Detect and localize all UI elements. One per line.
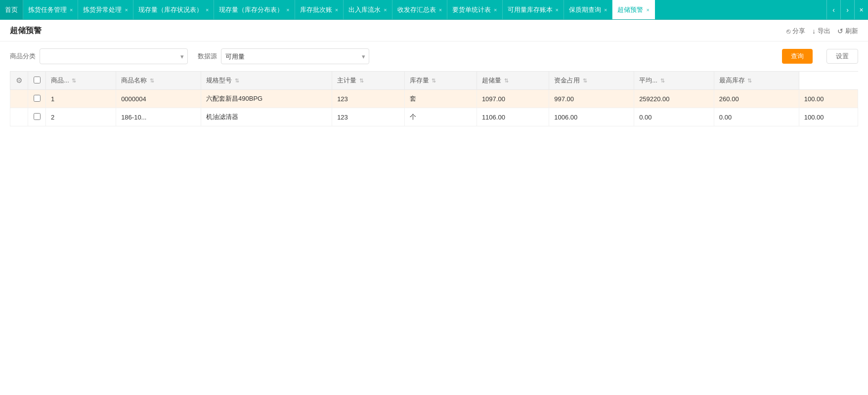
tab-close-icon-10[interactable]: × xyxy=(604,7,607,13)
nav-tab-11[interactable]: 超储预警× xyxy=(612,0,654,20)
datasource-label: 数据源 xyxy=(198,52,217,61)
export-icon: ↓ xyxy=(812,27,816,35)
sort-icon-stock: ⇅ xyxy=(432,78,436,83)
query-button[interactable]: 查询 xyxy=(782,49,813,64)
table-body: 10000004六配套新昌490BPG123套1097.00997.002592… xyxy=(10,90,858,126)
tab-close-icon-7[interactable]: × xyxy=(439,7,442,13)
gear-settings-icon[interactable]: ⚙ xyxy=(16,76,22,84)
nav-tab-6[interactable]: 出入库流水× xyxy=(344,0,392,20)
refresh-button[interactable]: ↺ 刷新 xyxy=(837,27,858,36)
tab-close-icon-8[interactable]: × xyxy=(494,7,497,13)
tab-close-icon-3[interactable]: × xyxy=(206,7,209,13)
datasource-select[interactable]: 可用量 库存量 xyxy=(221,48,369,64)
nav-tab-7[interactable]: 收发存汇总表× xyxy=(392,0,447,20)
th-gear: ⚙ xyxy=(10,72,28,90)
export-button[interactable]: ↓ 导出 xyxy=(812,27,830,36)
sort-icon-over-stock: ⇅ xyxy=(504,78,509,83)
row-stock-0: 1097.00 xyxy=(477,90,549,108)
th-capital[interactable]: 资金占用 ⇅ xyxy=(549,72,634,90)
th-checkbox xyxy=(28,72,46,90)
nav-prev-button[interactable]: ‹ xyxy=(826,0,840,20)
th-product-code[interactable]: 商品... ⇅ xyxy=(46,72,116,90)
row-checkbox-0[interactable] xyxy=(34,95,41,102)
row-checkbox-cell-1 xyxy=(28,108,46,126)
tab-close-icon-2[interactable]: × xyxy=(125,7,128,13)
table-row: 2186-10...机油滤清器123个1106.001006.000.000.0… xyxy=(10,108,858,126)
th-spec[interactable]: 规格型号 ⇅ xyxy=(201,72,332,90)
filter-bar: 商品分类 数据源 可用量 库存量 查询 设置 xyxy=(0,41,868,71)
share-icon: ⎋ xyxy=(786,27,790,35)
datasource-select-wrapper: 可用量 库存量 xyxy=(221,48,369,64)
top-nav: 首页拣货任务管理×拣货异常处理×现存量（库存状况表）×现存量（库存分布表）×库存… xyxy=(0,0,868,20)
header-actions: ⎋ 分享 ↓ 导出 ↺ 刷新 xyxy=(786,27,858,36)
sort-icon-product-code: ⇅ xyxy=(72,78,76,83)
row-over-stock-1: 1006.00 xyxy=(549,108,634,126)
row-product-code-1: 186-10... xyxy=(116,108,201,126)
tab-close-icon-1[interactable]: × xyxy=(70,7,73,13)
nav-tab-0[interactable]: 首页 xyxy=(0,0,23,20)
row-over-stock-0: 997.00 xyxy=(549,90,634,108)
nav-tab-3[interactable]: 现存量（库存状况表）× xyxy=(133,0,214,20)
table-row: 10000004六配套新昌490BPG123套1097.00997.002592… xyxy=(10,90,858,108)
row-spec-0: 123 xyxy=(332,90,404,108)
nav-tab-5[interactable]: 库存批次账× xyxy=(295,0,344,20)
tab-close-icon-11[interactable]: × xyxy=(646,7,649,13)
row-unit-0: 套 xyxy=(404,90,477,108)
row-max-stock-0: 100.00 xyxy=(799,90,858,108)
refresh-icon: ↺ xyxy=(837,27,843,35)
share-button[interactable]: ⎋ 分享 xyxy=(786,27,805,36)
row-stock-1: 1106.00 xyxy=(477,108,549,126)
nav-tab-9[interactable]: 可用量库存账本× xyxy=(503,0,564,20)
category-select-wrapper xyxy=(40,48,188,64)
th-max-stock[interactable]: 最高库存 ⇅ xyxy=(714,72,799,90)
nav-next-button[interactable]: › xyxy=(840,0,854,20)
sort-icon-max-stock: ⇅ xyxy=(747,78,752,83)
sort-icon-unit: ⇅ xyxy=(359,78,364,83)
nav-tab-1[interactable]: 拣货任务管理× xyxy=(23,0,78,20)
category-filter: 商品分类 xyxy=(10,48,188,64)
row-index-1: 2 xyxy=(46,108,116,126)
row-checkbox-cell-0 xyxy=(28,90,46,108)
select-all-checkbox[interactable] xyxy=(34,77,41,83)
sort-icon-capital: ⇅ xyxy=(583,78,587,83)
page-title: 超储预警 xyxy=(10,26,42,36)
category-label: 商品分类 xyxy=(10,52,36,61)
tab-close-icon-6[interactable]: × xyxy=(384,7,387,13)
row-index-0: 1 xyxy=(46,90,116,108)
table-container: ⚙ 商品... ⇅ 商品名称 ⇅ 规格型号 ⇅ xyxy=(0,71,868,126)
nav-tab-8[interactable]: 要货单统计表× xyxy=(447,0,502,20)
page-header: 超储预警 ⎋ 分享 ↓ 导出 ↺ 刷新 xyxy=(0,20,868,41)
row-avg-1: 0.00 xyxy=(714,108,799,126)
category-select[interactable] xyxy=(40,48,188,64)
tab-close-icon-5[interactable]: × xyxy=(335,7,338,13)
tab-close-icon-9[interactable]: × xyxy=(556,7,559,13)
table-header-row: ⚙ 商品... ⇅ 商品名称 ⇅ 规格型号 ⇅ xyxy=(10,72,858,90)
row-capital-0: 259220.00 xyxy=(634,90,714,108)
nav-tab-2[interactable]: 拣货异常处理× xyxy=(78,0,133,20)
row-spec-1: 123 xyxy=(332,108,404,126)
row-checkbox-1[interactable] xyxy=(34,113,41,120)
th-stock[interactable]: 库存量 ⇅ xyxy=(404,72,477,90)
row-capital-1: 0.00 xyxy=(634,108,714,126)
row-product-name-1: 机油滤清器 xyxy=(201,108,332,126)
th-unit[interactable]: 主计量 ⇅ xyxy=(332,72,404,90)
data-table: ⚙ 商品... ⇅ 商品名称 ⇅ 规格型号 ⇅ xyxy=(10,71,858,126)
row-max-stock-1: 100.00 xyxy=(799,108,858,126)
nav-tab-10[interactable]: 保质期查询× xyxy=(564,0,612,20)
settings-button[interactable]: 设置 xyxy=(826,49,858,64)
row-unit-1: 个 xyxy=(404,108,477,126)
sort-icon-product-name: ⇅ xyxy=(150,78,154,83)
sort-icon-spec: ⇅ xyxy=(235,78,239,83)
th-product-name[interactable]: 商品名称 ⇅ xyxy=(116,72,201,90)
row-gear-cell-0 xyxy=(10,90,28,108)
nav-close-button[interactable]: × xyxy=(854,0,868,20)
page-content: 超储预警 ⎋ 分享 ↓ 导出 ↺ 刷新 商品分类 xyxy=(0,20,868,395)
sort-icon-avg: ⇅ xyxy=(660,78,665,83)
th-avg[interactable]: 平均... ⇅ xyxy=(634,72,714,90)
tab-close-icon-4[interactable]: × xyxy=(286,7,289,13)
nav-tab-4[interactable]: 现存量（库存分布表）× xyxy=(214,0,295,20)
row-gear-cell-1 xyxy=(10,108,28,126)
row-avg-0: 260.00 xyxy=(714,90,799,108)
row-product-code-0: 0000004 xyxy=(116,90,201,108)
th-over-stock[interactable]: 超储量 ⇅ xyxy=(477,72,549,90)
